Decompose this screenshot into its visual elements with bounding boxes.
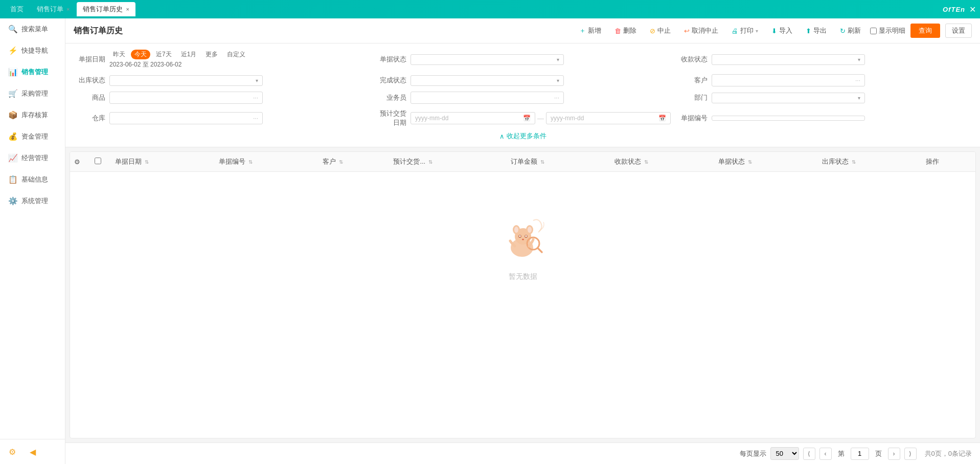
th-outbound-status[interactable]: 出库状态 ⇅ xyxy=(818,152,922,172)
expected-date-start[interactable]: yyyy-mm-dd 📅 xyxy=(411,112,535,124)
th-bill-number[interactable]: 单据编号 ⇅ xyxy=(215,152,318,172)
date-tag-7days[interactable]: 近7天 xyxy=(152,50,175,59)
cancel-stop-button[interactable]: ↩ 取消中止 xyxy=(680,24,722,37)
select-all-checkbox[interactable] xyxy=(95,158,101,164)
th-settings[interactable]: ⚙ xyxy=(70,152,90,172)
filter-expected-date: 预计交货日期 yyyy-mm-dd 📅 — yyyy-mm-dd 📅 xyxy=(375,109,671,127)
filter-bill-number: 单据编号 xyxy=(676,109,972,127)
import-button[interactable]: ⬇ 导入 xyxy=(767,24,796,37)
sidebar-settings-btn[interactable]: ⚙ xyxy=(4,444,20,460)
sort-amount-icon: ⇅ xyxy=(540,159,544,165)
first-page-btn[interactable]: ⟨ xyxy=(803,448,815,460)
stop-icon: ⊘ xyxy=(650,27,655,35)
sidebar-item-sales[interactable]: 📊 销售管理 xyxy=(0,61,65,83)
date-tag-today[interactable]: 今天 xyxy=(131,50,150,59)
sidebar-item-finance[interactable]: 💰 资金管理 xyxy=(0,126,65,147)
tab-sales-order[interactable]: 销售订单 × xyxy=(31,2,76,16)
export-icon: ⬆ xyxy=(806,27,811,35)
svg-point-9 xyxy=(525,235,527,237)
filter-date: 单据日期 昨天 今天 近7天 近1月 更多 自定义 2023-06-02 至 2… xyxy=(74,50,370,69)
delete-button[interactable]: 🗑 删除 xyxy=(610,24,641,37)
setting-button[interactable]: 设置 xyxy=(945,24,972,38)
sales-icon: 📊 xyxy=(8,68,17,77)
receipt-status-select[interactable]: ▾ xyxy=(712,54,865,65)
tab-home[interactable]: 首页 xyxy=(4,2,30,16)
stop-button[interactable]: ⊘ 中止 xyxy=(646,24,675,37)
filter-product: 商品 ··· xyxy=(74,92,370,104)
print-button[interactable]: 🖨 打印 ▾ xyxy=(727,24,762,37)
main-layout: 🔍 搜索菜单 ⚡ 快捷导航 📊 销售管理 🛒 采购管理 📦 库存核算 💰 资金管… xyxy=(0,18,980,464)
page-number-input[interactable] xyxy=(851,448,869,460)
date-tag-more[interactable]: 更多 xyxy=(202,50,221,59)
table-container: ⚙ 单据日期 ⇅ 单据编号 ⇅ 客户 ⇅ xyxy=(70,151,976,438)
th-customer[interactable]: 客户 ⇅ xyxy=(318,152,389,172)
display-detail-input[interactable] xyxy=(870,28,877,34)
sort-bill-status-icon: ⇅ xyxy=(748,159,752,165)
finance-icon: 💰 xyxy=(8,132,17,141)
refresh-button[interactable]: ↻ 刷新 xyxy=(836,24,865,37)
date-tag-yesterday[interactable]: 昨天 xyxy=(109,50,129,59)
sidebar-collapse-btn[interactable]: ◀ xyxy=(25,444,41,460)
content-area: 销售订单历史 ＋ 新增 🗑 删除 ⊘ 中止 ↩ 取消中止 xyxy=(65,18,980,464)
bill-status-arrow: ▾ xyxy=(557,57,559,62)
expected-date-end[interactable]: yyyy-mm-dd 📅 xyxy=(546,112,671,124)
th-receipt-status[interactable]: 收款状态 ⇅ xyxy=(610,152,714,172)
sort-delivery-icon: ⇅ xyxy=(428,159,432,165)
tab-sales-history[interactable]: 销售订单历史 × xyxy=(77,2,135,16)
operations-icon: 📈 xyxy=(8,153,17,163)
svg-point-5 xyxy=(528,227,532,233)
page-suffix: 页 xyxy=(875,449,882,458)
quicknav-icon: ⚡ xyxy=(8,46,17,55)
th-bill-date[interactable]: 单据日期 ⇅ xyxy=(111,152,215,172)
close-tab-sales-history[interactable]: × xyxy=(126,7,129,12)
complete-arrow: ▾ xyxy=(557,78,559,83)
filter-department: 部门 ▾ xyxy=(676,92,972,104)
window-close-btn[interactable]: ✕ xyxy=(969,5,976,14)
per-page-label: 每页显示 xyxy=(740,449,766,458)
customer-input[interactable]: ··· xyxy=(712,74,865,86)
salesperson-input[interactable]: ··· xyxy=(411,92,564,104)
display-detail-checkbox[interactable]: 显示明细 xyxy=(870,26,905,35)
toolbar: ＋ 新增 🗑 删除 ⊘ 中止 ↩ 取消中止 🖨 打印 xyxy=(575,24,972,43)
sidebar-item-search[interactable]: 🔍 搜索菜单 xyxy=(0,18,65,40)
bill-number-input[interactable] xyxy=(712,116,865,121)
top-bar-right: OfTEn ✕ xyxy=(943,5,976,14)
outbound-status-select[interactable]: ▾ xyxy=(109,75,263,86)
warehouse-input[interactable]: ··· xyxy=(109,112,263,124)
outbound-arrow: ▾ xyxy=(256,78,258,83)
prev-page-btn[interactable]: ‹ xyxy=(819,448,832,460)
th-expected-delivery[interactable]: 预计交货... ⇅ xyxy=(389,152,507,172)
complete-status-select[interactable]: ▾ xyxy=(411,75,564,86)
next-page-btn[interactable]: › xyxy=(888,448,900,460)
total-text: 共0页，0条记录 xyxy=(925,449,972,458)
sidebar-item-operations[interactable]: 📈 经营管理 xyxy=(0,147,65,169)
bill-status-select[interactable]: ▾ xyxy=(411,54,564,65)
department-arrow: ▾ xyxy=(858,95,860,101)
add-button[interactable]: ＋ 新增 xyxy=(575,24,605,37)
collapse-bar[interactable]: ∧ 收起更多条件 xyxy=(74,131,972,141)
sidebar-item-basic-info[interactable]: 📋 基础信息 xyxy=(0,169,65,190)
sort-bill-date-icon: ⇅ xyxy=(145,159,149,165)
sidebar-item-quicknav[interactable]: ⚡ 快捷导航 xyxy=(0,40,65,61)
th-checkbox[interactable] xyxy=(90,152,111,172)
date-tag-1month[interactable]: 近1月 xyxy=(177,50,200,59)
sidebar-item-inventory[interactable]: 📦 库存核算 xyxy=(0,104,65,126)
sidebar-item-purchase[interactable]: 🛒 采购管理 xyxy=(0,83,65,104)
query-button[interactable]: 查询 xyxy=(910,24,940,38)
date-tag-custom[interactable]: 自定义 xyxy=(223,50,249,59)
product-input[interactable]: ··· xyxy=(109,92,263,104)
export-button[interactable]: ⬆ 导出 xyxy=(802,24,831,37)
refresh-icon: ↻ xyxy=(840,27,846,35)
close-tab-sales-order[interactable]: × xyxy=(66,7,70,12)
sidebar-item-system[interactable]: ⚙️ 系统管理 xyxy=(0,190,65,212)
department-select[interactable]: ▾ xyxy=(712,93,865,103)
last-page-btn[interactable]: ⟩ xyxy=(904,448,917,460)
th-order-amount[interactable]: 订单金额 ⇅ xyxy=(507,152,610,172)
th-bill-status[interactable]: 单据状态 ⇅ xyxy=(714,152,818,172)
date-separator: — xyxy=(537,115,544,122)
th-operation: 操作 xyxy=(922,152,975,172)
svg-point-10 xyxy=(522,239,524,240)
empty-illustration xyxy=(497,213,549,264)
filter-complete-status: 完成状态 ▾ xyxy=(375,74,671,86)
per-page-select[interactable]: 10 20 50 100 xyxy=(770,447,799,460)
